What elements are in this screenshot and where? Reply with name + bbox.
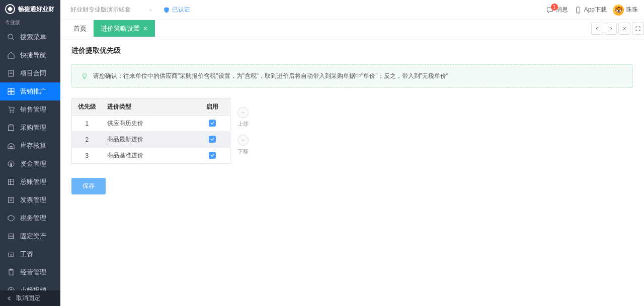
avatar-icon: 🐯 (613, 5, 624, 16)
th-enabled: 启用 (195, 98, 230, 116)
svg-line-1 (12, 38, 14, 40)
warehouse-icon (7, 142, 15, 150)
sidebar: 畅捷通好业财 专业版 搜索菜单 快捷导航 项目合同 营销推广 销售 (0, 0, 60, 306)
cell-priority: 1 (72, 116, 102, 132)
messages-badge: 1 (551, 4, 558, 11)
tab-pricing-strategy[interactable]: 进价策略设置 ✕ (94, 20, 155, 37)
sidebar-label: 总账管理 (20, 177, 46, 186)
clipboard-icon (7, 268, 15, 276)
money-icon (7, 160, 15, 168)
enabled-checkbox[interactable] (209, 152, 216, 159)
user-name: 珠珠 (626, 6, 638, 14)
sidebar-label: 销售管理 (20, 105, 46, 114)
tab-home[interactable]: 首页 (66, 20, 94, 37)
move-down-label: 下移 (237, 148, 249, 155)
sidebar-label: 库存核算 (20, 141, 46, 150)
sidebar-item-sales[interactable]: 销售管理 (0, 100, 60, 119)
brand-logo-icon (5, 4, 15, 14)
svg-point-10 (13, 112, 14, 113)
box-icon (7, 124, 15, 132)
chevron-left-icon (594, 26, 600, 32)
cell-enabled (195, 148, 230, 164)
cell-type: 商品最新进价 (102, 132, 195, 148)
sidebar-label: 工资 (20, 250, 33, 259)
download-label: App下载 (584, 6, 607, 14)
sidebar-label: 经营管理 (20, 268, 46, 277)
lightbulb-icon (81, 73, 88, 80)
sidebar-item-tax[interactable]: 税务管理 (0, 209, 60, 227)
sidebar-label: 资金管理 (20, 159, 46, 168)
cell-priority: 3 (72, 148, 102, 164)
messages-button[interactable]: 消息 1 (546, 6, 568, 14)
cart-icon (7, 106, 15, 114)
cell-type: 商品基准进价 (102, 148, 195, 164)
sidebar-item-marketing[interactable]: 营销推广 (0, 82, 60, 100)
tabbar-controls (590, 20, 644, 37)
account-name: 好业财专业版演示账套 (70, 6, 131, 14)
sidebar-item-invoice[interactable]: 发票管理 (0, 191, 60, 209)
sidebar-label: 营销推广 (20, 87, 46, 96)
enabled-checkbox[interactable] (209, 136, 216, 143)
sidebar-item-search[interactable]: 搜索菜单 (0, 28, 60, 46)
move-up-button[interactable] (237, 107, 249, 118)
enabled-checkbox[interactable] (209, 120, 216, 127)
svg-rect-14 (9, 179, 14, 185)
chevron-right-icon (608, 26, 614, 32)
chevron-down-icon (148, 8, 153, 13)
sidebar-label: 税务管理 (20, 214, 46, 223)
brand-edition: 专业版 (0, 19, 60, 26)
close-icon[interactable]: ✕ (143, 25, 148, 32)
sidebar-label: 小畅报销 (20, 286, 46, 290)
svg-rect-8 (12, 92, 14, 94)
user-menu[interactable]: 🐯 珠珠 (613, 5, 638, 16)
app-download-button[interactable]: App下载 (574, 6, 607, 14)
tabbar: 首页 进价策略设置 ✕ (60, 20, 644, 37)
tab-label: 首页 (73, 24, 87, 33)
table-row[interactable]: 2 商品最新进价 (72, 132, 230, 148)
sidebar-label: 发票管理 (20, 195, 46, 205)
fullscreen-button[interactable] (632, 23, 644, 35)
unpin-icon (7, 295, 13, 301)
save-button[interactable]: 保存 (71, 178, 106, 194)
page-title: 进价提取优先级 (71, 46, 633, 55)
sidebar-item-project[interactable]: 项目合同 (0, 64, 60, 82)
move-down-button[interactable] (237, 135, 249, 146)
table-row[interactable]: 1 供应商历史价 (72, 116, 230, 132)
account-selector[interactable]: 好业财专业版演示账套 (66, 4, 157, 16)
grid-icon (7, 87, 15, 95)
svg-rect-17 (9, 197, 14, 203)
tab-prev-button[interactable] (591, 23, 603, 35)
home-icon (7, 51, 15, 59)
tab-next-button[interactable] (605, 23, 617, 35)
sidebar-item-operation[interactable]: 经营管理 (0, 263, 60, 281)
topbar: 好业财专业版演示账套 已认证 消息 1 App下载 🐯 珠珠 (60, 0, 644, 20)
sidebar-item-finance[interactable]: 资金管理 (0, 155, 60, 173)
svg-rect-5 (8, 88, 11, 91)
info-alert: 请您确认：往来单位中的供应商"采购报价含税"设置，为"含税"，取到进价后将自动带… (71, 64, 633, 88)
tab-close-all-button[interactable] (618, 23, 630, 35)
brand-header: 畅捷通好业财 (0, 0, 60, 18)
expense-icon (7, 286, 15, 290)
sidebar-label: 固定资产 (20, 232, 46, 241)
sidebar-item-quicknav[interactable]: 快捷导航 (0, 46, 60, 64)
document-icon (7, 69, 15, 77)
sidebar-item-fixedassets[interactable]: 固定资产 (0, 227, 60, 245)
sidebar-item-inventory[interactable]: 库存核算 (0, 137, 60, 155)
svg-rect-7 (8, 92, 11, 94)
sidebar-menu: 搜索菜单 快捷导航 项目合同 营销推广 销售管理 采购管理 (0, 28, 60, 290)
sidebar-item-purchase[interactable]: 采购管理 (0, 119, 60, 137)
table-row[interactable]: 3 商品基准进价 (72, 148, 230, 164)
svg-point-23 (11, 254, 12, 255)
svg-point-0 (8, 34, 13, 39)
asset-icon (7, 232, 15, 240)
verified-label: 已认证 (172, 6, 190, 14)
sidebar-unpin[interactable]: 取消固定 (0, 290, 60, 306)
chevron-up-icon (240, 110, 246, 115)
sidebar-item-salary[interactable]: 工资 (0, 245, 60, 263)
sidebar-item-ledger[interactable]: 总账管理 (0, 173, 60, 191)
sidebar-label: 采购管理 (20, 123, 46, 132)
sidebar-item-expense[interactable]: 小畅报销 (0, 281, 60, 290)
svg-point-9 (10, 112, 11, 113)
priority-table: 优先级 进价类型 启用 1 供应商历史价 2 商品最新 (71, 98, 230, 164)
svg-rect-22 (9, 253, 14, 256)
